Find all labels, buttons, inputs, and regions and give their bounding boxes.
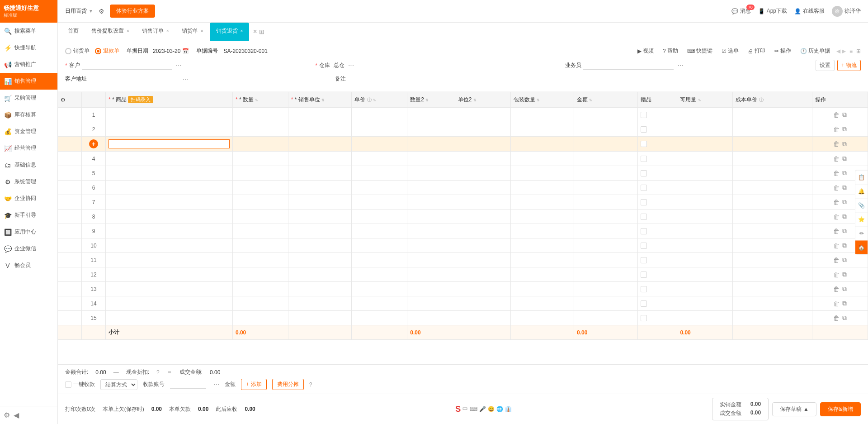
salesperson-input[interactable]: [583, 61, 674, 70]
delete-row-icon[interactable]: 🗑: [833, 300, 840, 307]
calc-method-select[interactable]: 结算方式: [100, 379, 137, 390]
tab-sales-return-close[interactable]: ×: [241, 29, 243, 33]
copy-row-icon[interactable]: ⧉: [842, 169, 847, 177]
tshirt-icon[interactable]: 👔: [505, 406, 512, 412]
gift-checkbox[interactable]: [641, 170, 647, 176]
gift-checkbox[interactable]: [641, 214, 647, 220]
gift-checkbox[interactable]: [641, 141, 647, 147]
select-btn[interactable]: ☑ 选单: [719, 46, 741, 56]
topbar-gear-icon[interactable]: ⚙: [99, 8, 104, 15]
sidebar-item-basic-info[interactable]: 🗂 基础信息: [0, 157, 57, 173]
maximize-icon[interactable]: ⊞: [257, 28, 266, 35]
right-panel-attach[interactable]: 📎: [855, 198, 868, 212]
translate-icon[interactable]: 🌐: [496, 406, 503, 412]
sidebar-item-operations[interactable]: 📈 经营管理: [0, 140, 57, 157]
pack-sort-icon[interactable]: ⇅: [537, 98, 540, 102]
copy-row-icon[interactable]: ⧉: [842, 314, 847, 322]
message-button[interactable]: 💬 消息 70: [731, 7, 751, 15]
add-button[interactable]: + 添加: [241, 379, 266, 390]
row-product[interactable]: [105, 253, 232, 267]
right-panel-home[interactable]: 🏠: [855, 240, 868, 254]
copy-row-icon[interactable]: ⧉: [842, 213, 847, 220]
gift-checkbox[interactable]: [641, 300, 647, 307]
online-service-button[interactable]: 👤 在线客服: [794, 7, 825, 15]
delete-row-icon[interactable]: 🗑: [833, 314, 840, 322]
row-product[interactable]: [105, 152, 232, 166]
sidebar-item-member[interactable]: V 畅会员: [0, 257, 57, 274]
delete-row-icon[interactable]: 🗑: [833, 242, 840, 249]
copy-row-icon[interactable]: ⧉: [842, 184, 847, 191]
account-dots[interactable]: ···: [213, 381, 219, 389]
gift-checkbox[interactable]: [641, 228, 647, 234]
delete-row-icon[interactable]: 🗑: [833, 140, 840, 148]
operate-btn[interactable]: ✏ 操作: [772, 46, 794, 56]
date-value[interactable]: 2023-03-20: [153, 48, 180, 54]
avail-sort-icon[interactable]: ⇅: [698, 98, 701, 102]
address-input[interactable]: [89, 75, 179, 83]
remark-input[interactable]: [348, 75, 528, 83]
gift-checkbox[interactable]: [641, 112, 647, 118]
calendar-icon[interactable]: 📅: [182, 48, 189, 54]
unit-sort-icon[interactable]: ⇅: [321, 98, 325, 102]
sidebar-item-cooperation[interactable]: 🤝 企业协同: [0, 190, 57, 207]
scan-button[interactable]: 扫码录入: [128, 96, 153, 103]
delete-row-icon[interactable]: 🗑: [833, 199, 840, 206]
row-product[interactable]: [105, 267, 232, 282]
tab-sales-invoice-close[interactable]: ×: [201, 29, 203, 33]
sidebar-item-inventory[interactable]: 📦 库存核算: [0, 106, 57, 123]
print-btn[interactable]: 🖨 打印: [745, 46, 768, 56]
gift-checkbox[interactable]: [641, 126, 647, 133]
warehouse-dots[interactable]: ···: [348, 62, 354, 70]
settings-bottom-icon[interactable]: ⚙: [4, 411, 10, 419]
row-product[interactable]: [105, 137, 232, 152]
delete-row-icon[interactable]: 🗑: [833, 126, 840, 133]
app-download-button[interactable]: 📱 App下载: [758, 7, 787, 15]
row-product[interactable]: [105, 296, 232, 311]
discount-help-icon[interactable]: ?: [156, 369, 160, 376]
radio-sales-invoice[interactable]: 销货单: [65, 47, 90, 55]
row-product[interactable]: [105, 108, 232, 122]
sidebar-item-sales[interactable]: 📊 销售管理: [0, 73, 57, 90]
collapse-icon[interactable]: ◀: [14, 411, 19, 419]
sougou-icon[interactable]: S: [455, 405, 461, 414]
product-input[interactable]: [108, 139, 230, 148]
cost-info-icon[interactable]: ⓘ: [759, 97, 764, 102]
ime-icon[interactable]: 中: [462, 405, 468, 413]
add-row-button[interactable]: +: [89, 139, 98, 148]
sidebar-item-quicknav[interactable]: ⚡ 快捷导航: [0, 39, 57, 56]
row-product[interactable]: [105, 238, 232, 253]
copy-row-icon[interactable]: ⧉: [842, 285, 847, 293]
row-product[interactable]: [105, 166, 232, 181]
qty-sort-icon[interactable]: ⇅: [255, 98, 258, 102]
video-btn[interactable]: ▶ 视频: [635, 46, 656, 56]
copy-row-icon[interactable]: ⧉: [842, 256, 847, 264]
customer-input[interactable]: [82, 61, 172, 70]
gift-checkbox[interactable]: [641, 257, 647, 263]
delete-row-icon[interactable]: 🗑: [833, 170, 840, 177]
sidebar-item-system[interactable]: ⚙ 系统管理: [0, 173, 57, 190]
copy-row-icon[interactable]: ⧉: [842, 125, 847, 133]
right-panel-edit[interactable]: ✏: [855, 226, 868, 240]
user-profile[interactable]: 徐 徐泽华: [832, 6, 861, 17]
row-product[interactable]: [105, 224, 232, 238]
gift-checkbox[interactable]: [641, 185, 647, 191]
grid-view-icon[interactable]: ⊞: [856, 48, 861, 54]
settings-button[interactable]: 设置: [816, 60, 835, 71]
row-product[interactable]: [105, 181, 232, 195]
sidebar-item-marketing[interactable]: 📢 营销推广: [0, 56, 57, 73]
keyboard-icon[interactable]: ⌨: [470, 406, 477, 412]
save-new-button[interactable]: 保存&新增: [820, 402, 861, 416]
tab-sales-order-close[interactable]: ×: [166, 29, 169, 33]
one-click-payment-label[interactable]: 一键收款: [65, 381, 95, 388]
row-product[interactable]: [105, 282, 232, 296]
gift-checkbox[interactable]: [641, 315, 647, 321]
sidebar-item-purchase[interactable]: 🛒 采购管理: [0, 90, 57, 106]
price-info-icon[interactable]: ⓘ: [367, 97, 372, 102]
tab-home[interactable]: 首页: [61, 23, 85, 41]
gift-checkbox[interactable]: [641, 272, 647, 278]
tab-sales-return[interactable]: 销货退货 ×: [210, 23, 250, 41]
delete-row-icon[interactable]: 🗑: [833, 111, 840, 119]
delete-row-icon[interactable]: 🗑: [833, 213, 840, 220]
experience-btn[interactable]: 体验行业方案: [110, 5, 155, 18]
sidebar-item-appcenter[interactable]: 🔲 应用中心: [0, 224, 57, 240]
